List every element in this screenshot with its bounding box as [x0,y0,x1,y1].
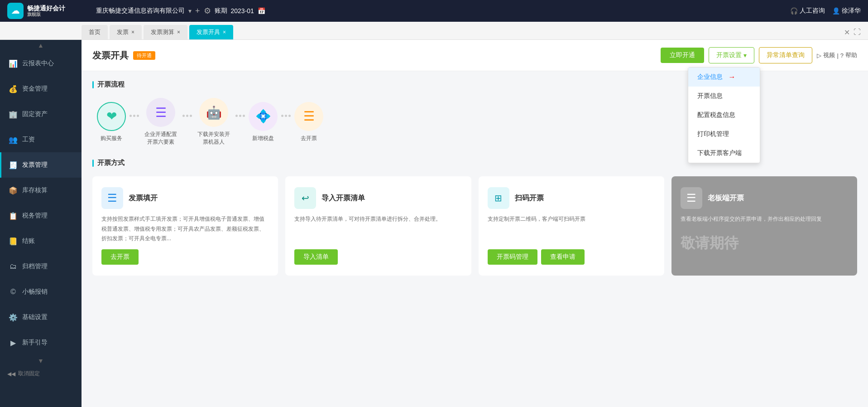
import-title: 导入开票清单 [321,194,365,203]
sidebar-item-assets[interactable]: 🏢 固定资产 [0,102,82,127]
settings-dropdown-menu: 企业信息 → 开票信息 配置税盘信息 打印机管理 下载开票客户端 [688,67,760,163]
funds-icon: 💰 [9,85,18,93]
sidebar-item-reports[interactable]: 📊 云报表中心 [0,51,82,76]
tab-invoice-calc-close[interactable]: × [177,29,180,35]
sidebar-scroll-down[interactable]: ▼ [0,355,82,366]
sidebar-label-inventory: 库存核算 [22,186,48,194]
view-apply-btn[interactable]: 查看申请 [541,249,585,265]
tab-invoice-issue[interactable]: 发票开具 × [189,25,233,39]
dropdown-item-download[interactable]: 下载开票客户端 [688,144,760,163]
sidebar-unpin-btn[interactable]: ◀◀ 取消固定 [0,366,82,381]
company-name[interactable]: 重庆畅捷交通信息咨询有限公司 [96,7,185,15]
support-btn[interactable]: 🎧 人工咨询 [790,7,825,15]
tab-invoice-issue-close[interactable]: × [223,29,226,35]
dropdown-invoice-info-label: 开票信息 [697,92,723,100]
page-title-area: 发票开具 待开通 [92,49,155,62]
method-card-scan-header: ⊞ 扫码开票 [488,187,655,209]
fill-invoice-btn[interactable]: 去开票 [101,249,139,265]
sidebar-item-inventory[interactable]: 📦 库存核算 [0,178,82,203]
video-help-btn[interactable]: ▷ 视频 | ? 帮助 [817,51,857,59]
assets-icon: 🏢 [9,110,18,119]
settings-dropdown-arrow: ▾ [743,52,747,59]
tab-invoice-label: 发票 [117,28,129,36]
scan-desc: 支持定制开票二维码，客户端可扫码开票 [488,214,655,224]
guide-icon: ▶ [9,339,18,347]
flow-label-2: 企业开通配置开票六要素 [143,131,179,146]
dropdown-item-company[interactable]: 企业信息 → [688,68,760,87]
tab-expand-btn[interactable]: ⛶ [854,28,861,37]
boss-icon: ☰ [681,187,702,209]
flow-step-4: 💠 新增税盘 [249,102,278,142]
sidebar-item-invoice[interactable]: 🧾 发票管理 [0,152,82,178]
top-bar-center: 重庆畅捷交通信息咨询有限公司 ▾ + ⚙ 账期 2023-01 📅 [96,6,783,16]
sidebar-item-expense[interactable]: © 小畅报销 [0,279,82,305]
fill-title: 发票填开 [129,194,158,203]
page-header: 发票开具 待开通 立即开通 开票设置 ▾ 企业信息 → 开票信息 [82,40,868,71]
qrcode-manage-btn[interactable]: 开票码管理 [488,249,537,265]
tab-close-btn[interactable]: ✕ [844,28,850,37]
play-icon: ▷ [817,52,821,59]
dropdown-printer-label: 打印机管理 [697,130,729,138]
flow-icon-4: 💠 [249,102,278,131]
dropdown-taxdisk-label: 配置税盘信息 [697,111,735,119]
fill-icon: ☰ [101,187,123,209]
tab-invoice-issue-label: 发票开具 [197,28,220,36]
tab-home[interactable]: 首页 [82,25,108,39]
invoice-methods-grid: ☰ 发票填开 支持按照发票样式手工填开发票；可开具增值税电子普通发票、增值税普通… [92,176,857,283]
settings-btn[interactable]: 开票设置 ▾ [709,47,754,63]
tab-bar: 首页 发票 × 发票测算 × 发票开具 × ✕ ⛶ [0,22,868,40]
sidebar-item-settings[interactable]: ⚙️ 基础设置 [0,305,82,330]
content-area: 发票开具 待开通 立即开通 开票设置 ▾ 企业信息 → 开票信息 [82,40,868,407]
separator: | [837,52,838,59]
settings-icon[interactable]: ⚙ [204,6,211,16]
import-list-btn[interactable]: 导入清单 [294,249,338,265]
dropdown-item-taxdisk[interactable]: 配置税盘信息 [688,106,760,125]
method-card-scan: ⊞ 扫码开票 支持定制开票二维码，客户端可扫码开票 开票码管理 查看申请 [479,176,664,276]
import-desc: 支持导入待开票清单，可对待开票清单进行拆分、合并处理。 [294,214,462,224]
sidebar-label-funds: 资金管理 [22,85,48,93]
flow-icon-5-symbol: ☰ [303,109,315,124]
sidebar-item-archive[interactable]: 🗂 归档管理 [0,254,82,279]
exception-btn[interactable]: 异常清单查询 [759,47,812,63]
sidebar-scroll-up[interactable]: ▲ [0,40,82,51]
tab-invoice-calc[interactable]: 发票测算 × [144,25,187,39]
methods-section: 开票方式 ☰ 发票填开 支持按照发票样式手工填开发票；可开具增值税电子普通发票、… [82,159,868,292]
sidebar-item-closing[interactable]: 📒 结账 [0,228,82,254]
method-card-boss-header: ☰ 老板端开票 [681,187,848,209]
settings-btn-label: 开票设置 [716,51,742,59]
headset-icon: 🎧 [790,7,798,15]
dropdown-item-printer[interactable]: 打印机管理 [688,125,760,144]
company-dropdown-icon[interactable]: ▾ [188,7,192,15]
settings-sidebar-icon: ⚙️ [9,313,18,322]
flow-step-2: ☰ 企业开通配置开票六要素 [143,98,179,146]
sidebar-item-guide[interactable]: ▶ 新手引导 [0,330,82,355]
method-card-fill-header: ☰ 发票填开 [101,187,269,209]
red-arrow-icon: → [728,73,735,81]
flow-icon-1-symbol: ❤ [106,109,117,124]
tab-invoice-close[interactable]: × [131,29,134,35]
sidebar-item-tax[interactable]: 📋 税务管理 [0,203,82,228]
flow-label-4: 新增税盘 [252,135,274,142]
flow-icon-4-symbol: 💠 [255,109,271,124]
invoice-icon: 🧾 [9,161,18,170]
dropdown-item-invoice-info[interactable]: 开票信息 [688,87,760,106]
activate-btn[interactable]: 立即开通 [661,48,704,63]
page-title: 发票开具 [92,49,129,62]
scan-btns: 开票码管理 查看申请 [488,249,655,265]
sidebar-label-settings: 基础设置 [22,313,48,321]
add-company-icon[interactable]: + [195,6,200,16]
archive-icon: 🗂 [9,262,18,271]
sidebar-item-funds[interactable]: 💰 资金管理 [0,76,82,102]
flow-icon-2-symbol: ☰ [155,105,167,120]
sidebar-label-assets: 固定资产 [22,110,48,118]
flow-icon-3-symbol: 🤖 [206,105,222,120]
user-info: 👤 徐泽华 [832,7,861,15]
tab-invoice[interactable]: 发票 × [110,25,142,39]
sidebar-item-payroll[interactable]: 👥 工资 [0,127,82,152]
tax-icon: 📋 [9,212,18,220]
flow-label-5: 去开票 [301,135,317,142]
calendar-icon[interactable]: 📅 [258,7,265,15]
logo-icon: ☁ [7,3,24,19]
status-badge: 待开通 [133,51,155,60]
flow-icon-1: ❤ [97,102,126,131]
